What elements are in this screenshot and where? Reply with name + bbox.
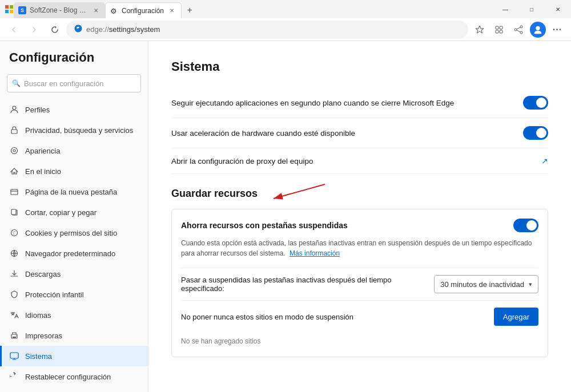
setting-proxy: Abrir la configuración de proxy del equi…: [171, 148, 548, 174]
more-info-link[interactable]: Más información: [289, 249, 340, 257]
sidebar-title: Configuración: [0, 50, 148, 74]
sidebar-label-cookies: Cookies y permisos del sitio: [25, 229, 117, 237]
minimize-button[interactable]: —: [492, 0, 518, 18]
sidebar-item-sistema[interactable]: Sistema: [0, 346, 148, 366]
sidebar: Configuración 🔍 Buscar en configuración …: [0, 41, 148, 392]
external-link-icon: ↗: [541, 156, 548, 165]
sidebar-item-impresoras[interactable]: Impresoras: [0, 325, 148, 346]
svg-point-17: [13, 149, 15, 152]
sidebar-label-descargas: Descargas: [25, 270, 61, 278]
proxy-link[interactable]: ↗: [541, 156, 548, 165]
add-site-button[interactable]: Agregar: [494, 308, 538, 326]
forward-button[interactable]: [25, 21, 43, 39]
svg-point-14: [13, 106, 16, 110]
address-path: settings/system: [109, 25, 160, 34]
svg-point-16: [11, 148, 18, 154]
no-suspend-row: No poner nunca estos sitios en modo de s…: [181, 300, 538, 333]
sidebar-item-proteccion[interactable]: Protección infantil: [0, 284, 148, 305]
sidebar-item-cookies[interactable]: Cookies y permisos del sitio: [0, 223, 148, 243]
search-icon: 🔍: [12, 79, 21, 87]
perfiles-icon: [9, 104, 19, 115]
toggle-resources[interactable]: [513, 219, 538, 232]
svg-point-21: [11, 230, 18, 236]
main-layout: Configuración 🔍 Buscar en configuración …: [0, 41, 571, 392]
resources-title: Guardar recursos: [171, 188, 258, 200]
share-button[interactable]: [509, 21, 528, 39]
setting-hardware: Usar aceleración de hardware cuando esté…: [171, 118, 548, 148]
svg-rect-5: [500, 26, 502, 29]
idiomas-icon: [9, 310, 19, 320]
sidebar-item-telefono[interactable]: Teléfono y otros dispositivos: [0, 387, 148, 392]
toolbar-right: ···: [471, 21, 566, 39]
inicio-icon: [9, 166, 19, 176]
address-text: edge://settings/system: [86, 25, 461, 34]
sidebar-item-idiomas[interactable]: Idiomas: [0, 305, 148, 325]
nueva-pestana-icon: [9, 187, 19, 197]
svg-rect-30: [10, 353, 18, 358]
tab-close-config[interactable]: ✕: [167, 6, 176, 15]
sidebar-label-idiomas: Idiomas: [25, 311, 51, 320]
refresh-button[interactable]: [46, 21, 64, 39]
resource-header: Ahorra recursos con pestañas suspendidas: [181, 219, 538, 232]
toggle-knob-hardware: [536, 128, 546, 138]
svg-rect-20: [11, 209, 16, 215]
tab-softzone[interactable]: S SoftZone - Blog sobre software... ✕: [14, 2, 105, 18]
svg-rect-1: [10, 5, 13, 9]
menu-button[interactable]: ···: [548, 21, 566, 39]
toggle-knob-resources: [526, 220, 537, 231]
tab-label-softzone: SoftZone - Blog sobre software...: [30, 6, 88, 14]
sidebar-item-apariencia[interactable]: Apariencia: [0, 140, 148, 161]
sidebar-label-navegador: Navegador predeterminado: [25, 249, 115, 258]
resource-toggle-label: Ahorra recursos con pestañas suspendidas: [181, 221, 513, 230]
tab-close-softzone[interactable]: ✕: [91, 6, 100, 15]
sidebar-label-apariencia: Apariencia: [25, 147, 60, 155]
search-placeholder: Buscar en configuración: [24, 79, 103, 88]
resources-section-header: Guardar recursos: [171, 179, 548, 209]
svg-rect-7: [500, 30, 502, 33]
favorites-button[interactable]: [471, 21, 489, 39]
sidebar-item-copiar[interactable]: Cortar, copiar y pegar: [0, 202, 148, 223]
sistema-icon: [9, 351, 19, 361]
sidebar-label-impresoras: Impresoras: [25, 332, 62, 340]
svg-rect-4: [496, 26, 498, 29]
close-button[interactable]: ✕: [545, 0, 571, 18]
toggle-knob-background: [536, 98, 546, 108]
sidebar-item-navegador[interactable]: Navegador predeterminado: [0, 243, 148, 264]
setting-background: Seguir ejecutando aplicaciones en segund…: [171, 88, 548, 118]
sidebar-item-perfiles[interactable]: Perfiles: [0, 99, 148, 120]
privacidad-icon: [9, 125, 19, 135]
profile-button[interactable]: [529, 21, 547, 39]
sidebar-item-restablecer[interactable]: Restablecer configuración: [0, 366, 148, 387]
toolbar: edge://settings/system ···: [0, 18, 571, 41]
new-tab-button[interactable]: +: [182, 2, 198, 18]
svg-point-13: [536, 26, 540, 30]
back-button[interactable]: [5, 21, 23, 39]
address-bar[interactable]: edge://settings/system: [66, 21, 468, 39]
maximize-button[interactable]: □: [518, 0, 545, 18]
address-edge-icon: [74, 24, 83, 35]
sidebar-label-privacidad: Privacidad, búsqueda y servicios: [25, 126, 133, 135]
sidebar-label-sistema: Sistema: [25, 352, 52, 361]
search-box[interactable]: 🔍 Buscar en configuración: [7, 74, 141, 92]
collections-button[interactable]: [490, 21, 508, 39]
svg-rect-28: [13, 337, 16, 338]
descargas-icon: [9, 269, 19, 279]
suspend-dropdown[interactable]: 30 minutos de inactividad ▾: [434, 275, 538, 293]
avatar: [530, 22, 546, 38]
svg-point-9: [514, 29, 517, 31]
toggle-hardware[interactable]: [523, 126, 548, 140]
svg-rect-0: [5, 5, 9, 9]
svg-line-12: [517, 30, 520, 32]
sidebar-item-descargas[interactable]: Descargas: [0, 264, 148, 284]
svg-line-11: [517, 27, 520, 29]
tab-config[interactable]: ⚙ Configuración ✕: [105, 2, 182, 18]
sidebar-item-nueva-pestana[interactable]: Página de la nueva pestaña: [0, 181, 148, 202]
sidebar-item-inicio[interactable]: En el inicio: [0, 161, 148, 181]
copiar-icon: [9, 207, 19, 217]
toggle-background[interactable]: [523, 96, 548, 110]
svg-point-22: [13, 232, 14, 233]
resource-description: Cuando esta opción está activada, las pe…: [181, 238, 538, 258]
title-bar: S SoftZone - Blog sobre software... ✕ ⚙ …: [0, 0, 571, 18]
sidebar-label-nueva-pestana: Página de la nueva pestaña: [25, 188, 117, 196]
sidebar-item-privacidad[interactable]: Privacidad, búsqueda y servicios: [0, 120, 148, 140]
